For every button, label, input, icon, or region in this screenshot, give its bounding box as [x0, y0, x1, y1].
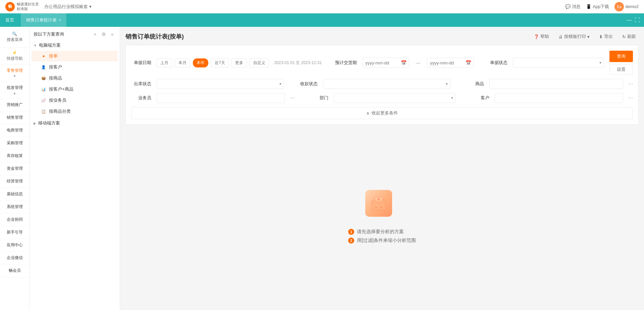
- dept-select[interactable]: [334, 93, 456, 103]
- left-panel-header: 按以下方案查询 + ⚙ «: [30, 31, 120, 40]
- avatar: Ea: [614, 2, 624, 11]
- search-icon: 🔍: [12, 32, 17, 36]
- goods-more-icon[interactable]: ···: [629, 81, 633, 87]
- by-customer-icon: 👤: [41, 64, 46, 70]
- tip-num-1: 1: [348, 229, 354, 235]
- collapse-more-btn[interactable]: ∧ 收起更多条件: [131, 107, 633, 119]
- sidebar-ecommerce-label: 电商管理: [7, 127, 23, 133]
- receive-status-select[interactable]: [323, 79, 450, 89]
- goods-input[interactable]: [489, 79, 623, 89]
- scheme-item-by-salesman[interactable]: 📈 按业务员: [32, 95, 118, 106]
- sidebar-item-purchase[interactable]: 采购管理: [0, 137, 29, 150]
- customer-more-icon[interactable]: ···: [629, 95, 633, 101]
- date-btn-more[interactable]: 更多: [231, 58, 247, 67]
- tab-bar: 首页 销售订单统计表 × — ⛶: [0, 13, 644, 27]
- quick-nav-btn[interactable]: ⚡ 快捷导航: [0, 48, 29, 64]
- sidebar-item-retail[interactable]: 零售管理 ▼: [0, 64, 29, 82]
- sidebar-item-management[interactable]: 经营管理: [0, 175, 29, 188]
- sidebar-finance-label: 资金管理: [7, 166, 23, 171]
- maximize-icon[interactable]: ⛶: [635, 17, 640, 23]
- receive-status-select-wrapper: ▾: [323, 79, 450, 89]
- sidebar-marketing-label: 营销推广: [7, 102, 23, 108]
- status-select[interactable]: [513, 58, 604, 68]
- export-btn[interactable]: ⬇ 导出: [596, 32, 615, 41]
- empty-state: 1 请先选择要分析的方案 2 用[过滤]条件来缩小分析范围: [125, 129, 639, 305]
- workspace-selector[interactable]: 办公用品行业模拟账套 ▾: [42, 2, 94, 11]
- add-scheme-btn[interactable]: +: [92, 31, 98, 38]
- tab-home[interactable]: 首页: [0, 13, 19, 27]
- minimize-icon[interactable]: —: [627, 17, 632, 23]
- desktop-scheme-group-header[interactable]: ▼ 电脑端方案: [30, 40, 120, 50]
- search-menu-btn[interactable]: 🔍 搜索菜单: [3, 30, 26, 45]
- salesman-input[interactable]: [157, 93, 285, 103]
- scheme-item-by-goods[interactable]: 📦 按商品: [32, 73, 118, 84]
- collapse-panel-btn[interactable]: «: [109, 31, 116, 38]
- date-btn-custom[interactable]: 自定义: [250, 58, 269, 67]
- sidebar-item-marketing[interactable]: 营销推广: [0, 99, 29, 111]
- sidebar-inventory-label: 库存核算: [7, 153, 23, 159]
- app-download-btn[interactable]: 📱 App下载: [586, 4, 609, 10]
- out-status-label: 出库状态: [131, 81, 151, 87]
- sidebar-item-system[interactable]: 系统管理: [0, 201, 29, 213]
- sidebar-item-wechat[interactable]: 企业微信: [0, 252, 29, 264]
- sidebar-item-sales[interactable]: 销售管理: [0, 111, 29, 124]
- calendar-icon-2: 📅: [466, 60, 471, 65]
- sidebar-item-enterprise[interactable]: 企业协同: [0, 213, 29, 226]
- refresh-btn[interactable]: ↻ 刷新: [620, 32, 639, 41]
- settings-button[interactable]: 设置: [609, 64, 633, 75]
- out-status-select[interactable]: [157, 79, 284, 89]
- empty-box-icon: [365, 190, 392, 217]
- scheme-item-by-customer[interactable]: 👤 按客户: [32, 62, 118, 72]
- sidebar-guide-label: 新手引导: [7, 229, 23, 235]
- tab-close-icon[interactable]: ×: [59, 18, 61, 22]
- sidebar: 🔍 搜索菜单 ⚡ 快捷导航 零售管理 ▼ 批发管理 ▲ 营销推广 销售管理 电商…: [0, 27, 30, 310]
- tab-sales-order-summary[interactable]: 销售订单统计表 ×: [21, 13, 66, 27]
- filter-row-2: 出库状态 ▾ 收款状态 ▾ 商品 ···: [131, 79, 633, 89]
- expected-date-to: 📅: [427, 58, 474, 68]
- desktop-group-label: 电脑端方案: [39, 42, 61, 48]
- chevron-up-icon: ▲: [13, 91, 16, 95]
- query-button[interactable]: 查询: [609, 51, 633, 62]
- date-btn-this-month[interactable]: 本月: [175, 58, 190, 67]
- scheme-item-by-customer-goods-label: 按客户+商品: [49, 86, 73, 92]
- goods-label: 商品: [464, 81, 484, 87]
- sidebar-app-center-label: 应用中心: [7, 242, 23, 248]
- sidebar-search-section: 🔍 搜索菜单: [0, 27, 29, 48]
- date-btn-7days[interactable]: 近7天: [211, 58, 229, 67]
- print-btn[interactable]: 🖨 按模板打印 ▾: [556, 32, 592, 41]
- sidebar-item-app-center[interactable]: 应用中心: [0, 239, 29, 252]
- mobile-scheme-group-header[interactable]: ▶ 移动端方案: [30, 118, 120, 128]
- refresh-icon: ↻: [622, 34, 626, 39]
- mobile-scheme-group: ▶ 移动端方案: [30, 118, 120, 128]
- out-status-select-wrapper: ▾: [157, 79, 284, 89]
- sidebar-item-finance[interactable]: 资金管理: [0, 162, 29, 175]
- empty-tips: 1 请先选择要分析的方案 2 用[过滤]条件来缩小分析范围: [348, 229, 416, 244]
- status-select-wrapper: ▾: [513, 58, 604, 68]
- scheme-item-by-order[interactable]: ● 按单: [32, 51, 118, 61]
- top-bar: 畅 畅捷通好生意 标准版 办公用品行业模拟账套 ▾ 💬 消息 📱 App下载 E…: [0, 0, 644, 13]
- logo-icon: 畅: [5, 2, 15, 11]
- user-area[interactable]: Ea demo2: [614, 2, 639, 11]
- sidebar-item-wholesale[interactable]: 批发管理 ▲: [0, 82, 29, 99]
- sidebar-item-basic[interactable]: 基础信息: [0, 188, 29, 201]
- scheme-item-by-goods-label: 按商品: [49, 75, 62, 81]
- sidebar-item-ecommerce[interactable]: 电商管理: [0, 124, 29, 137]
- sidebar-wechat-label: 企业微信: [7, 255, 23, 261]
- salesman-more-icon[interactable]: ···: [290, 95, 294, 101]
- scheme-item-by-category[interactable]: 📋 按商品分类: [32, 106, 118, 117]
- settings-scheme-btn[interactable]: ⚙: [100, 31, 107, 38]
- date-btn-this-year[interactable]: 本年: [193, 58, 208, 67]
- date-btn-last-month[interactable]: 上月: [157, 58, 172, 67]
- sidebar-item-guide[interactable]: 新手引导: [0, 226, 29, 239]
- sidebar-item-inventory[interactable]: 库存核算: [0, 150, 29, 162]
- help-btn[interactable]: ❓ 帮助: [531, 32, 552, 41]
- sidebar-item-member[interactable]: 畅会员: [0, 264, 29, 277]
- scheme-item-by-customer-goods[interactable]: 📊 按客户+商品: [32, 84, 118, 95]
- sidebar-enterprise-label: 企业协同: [7, 217, 23, 222]
- chevron-down-icon: ▾: [89, 4, 92, 9]
- left-panel-actions: + ⚙ «: [92, 31, 116, 38]
- sidebar-basic-label: 基础信息: [7, 191, 23, 197]
- message-btn[interactable]: 💬 消息: [565, 4, 581, 10]
- customer-input[interactable]: [495, 93, 623, 103]
- sidebar-sales-label: 销售管理: [7, 115, 23, 120]
